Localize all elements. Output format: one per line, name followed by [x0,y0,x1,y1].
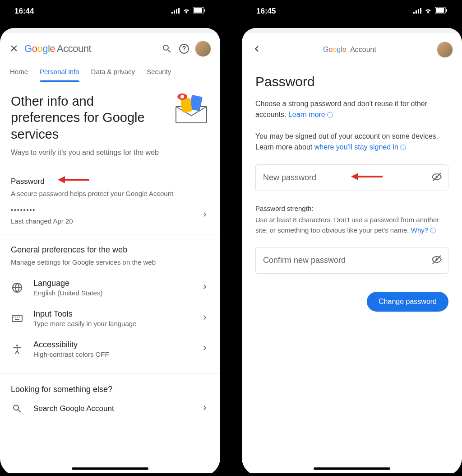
pref-sub: English (United States) [33,289,190,297]
browser-tab-sliver [3,28,217,33]
looking-title: Looking for something else? [11,385,209,394]
phone-left: 16:44 Google Account [0,0,220,476]
svg-rect-6 [204,9,205,12]
eye-off-icon[interactable] [431,254,442,267]
header: Google Account [242,33,462,63]
why-link[interactable]: Why? ⓘ [411,226,436,234]
general-title: General preferences for the web [11,245,209,255]
tab-security[interactable]: Security [147,63,171,82]
svg-rect-25 [420,8,421,14]
brand-account-label: Account [350,46,376,53]
search-icon [11,403,23,414]
battery-icon [193,7,206,16]
help-icon[interactable] [178,42,190,55]
tab-home[interactable]: Home [10,63,28,82]
wifi-icon [182,7,190,16]
section-looking: Looking for something else? Search Googl… [0,374,220,420]
browser-tab-sliver [245,28,459,33]
screen-left: Google Account Home Personal info Data &… [0,28,220,473]
home-indicator [72,467,148,470]
chevron-right-icon [200,344,209,355]
avatar[interactable] [437,42,453,58]
avatar[interactable] [195,41,211,57]
chevron-right-icon [200,210,209,221]
envelope-illustration [173,93,209,125]
phone-right: 16:45 Google Account Password Choose a s… [242,0,462,476]
signal-icon [171,7,180,16]
battery-icon [435,7,448,16]
signal-icon [413,7,421,16]
pref-sub: Type more easily in your language [33,320,190,327]
globe-icon [11,282,23,293]
password-title: Password [11,177,209,186]
search-icon[interactable] [161,42,173,55]
svg-rect-27 [436,8,444,13]
status-time: 16:45 [256,7,276,16]
status-time: 16:44 [14,7,34,16]
strength-title: Password strength: [255,205,448,212]
pref-input-tools[interactable]: Input Tools Type more easily in your lan… [11,303,209,334]
info-icon: ⓘ [400,144,406,151]
page-title: Password [255,74,448,89]
close-icon[interactable] [9,43,20,54]
svg-rect-24 [418,9,419,14]
svg-rect-18 [17,317,18,317]
pref-sub: High-contrast colors OFF [33,350,190,358]
screen-right: Google Account Password Choose a strong … [242,28,462,473]
search-label: Search Google Account [33,404,190,413]
password-subtitle: A secure password helps protect your Goo… [11,189,209,198]
status-bar: 16:44 [0,0,220,23]
section-subtitle: Ways to verify it's you and settings for… [11,149,209,157]
search-account-row[interactable]: Search Google Account [11,397,209,420]
svg-rect-20 [15,319,19,320]
header: Google Account [0,33,220,63]
info-icon: ⓘ [430,227,436,234]
section-other-info: Other info and preferences for Google se… [0,82,220,166]
keyboard-icon [11,314,23,323]
password-description: Choose a strong password and don't reuse… [255,98,448,120]
change-password-button[interactable]: Change password [367,292,448,312]
svg-rect-22 [413,12,415,14]
password-strength-block: Password strength: Use at least 8 charac… [255,205,448,235]
pref-accessibility[interactable]: Accessibility High-contrast colors OFF [11,334,209,364]
svg-rect-28 [446,9,447,12]
pref-title: Input Tools [33,309,190,319]
svg-point-13 [180,95,184,98]
wifi-icon [424,7,432,16]
tab-personal-info[interactable]: Personal info [40,63,79,82]
password-masked: •••••••• [11,206,73,214]
svg-rect-1 [174,10,175,14]
svg-rect-0 [171,12,173,14]
strength-body: Use at least 8 characters. Don't use a p… [255,215,448,235]
annotation-arrow [351,172,383,181]
pref-title: Accessibility [33,340,190,350]
brand-account-label: Account [57,43,91,55]
section-password[interactable]: Password A secure password helps protect… [0,166,220,234]
home-indicator [314,467,390,470]
stay-signed-in-link[interactable]: where you'll stay signed in ⓘ [314,143,407,151]
section-general-prefs: General preferences for the web Manage s… [0,234,220,374]
svg-point-21 [16,345,18,346]
eye-off-icon[interactable] [431,172,442,184]
svg-rect-3 [178,8,180,14]
google-logo: Google Account [24,43,91,55]
new-password-field [255,164,448,191]
back-icon[interactable] [251,43,263,56]
signout-note: You may be signed out of your account on… [255,131,448,153]
svg-rect-5 [194,8,202,13]
tabs: Home Personal info Data & privacy Securi… [0,63,220,82]
confirm-password-input[interactable] [255,247,448,274]
general-subtitle: Manage settings for Google services on t… [11,257,209,267]
accessibility-icon [11,344,23,355]
svg-rect-16 [14,317,14,317]
status-icons [171,7,206,16]
info-icon: ⓘ [327,112,333,118]
chevron-right-icon [200,403,209,414]
pref-language[interactable]: Language English (United States) [11,272,209,303]
annotation-arrow [58,175,89,184]
svg-point-8 [184,51,185,51]
learn-more-link[interactable]: Learn more ⓘ [288,111,333,118]
tab-data-privacy[interactable]: Data & privacy [91,63,135,82]
svg-rect-17 [15,317,16,317]
chevron-right-icon [200,313,209,324]
